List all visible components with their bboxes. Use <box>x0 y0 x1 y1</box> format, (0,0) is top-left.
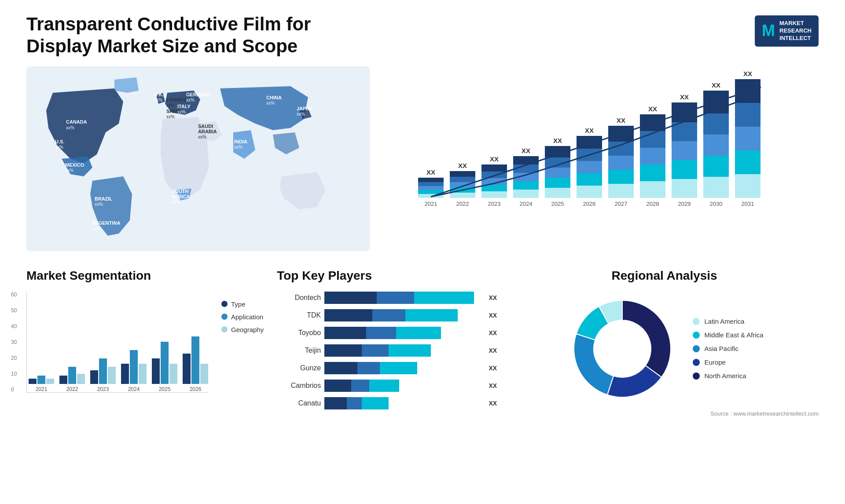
svg-text:xx%: xx% <box>177 110 186 114</box>
regional-section: Regional Analysis Latin America Middle E… <box>510 269 819 417</box>
bar-year-label: 2026 <box>583 201 596 207</box>
regional-legend-color <box>693 345 700 352</box>
svg-text:xx%: xx% <box>234 145 242 150</box>
player-xx-label: XX <box>489 347 497 354</box>
seg-bar-type <box>90 370 98 384</box>
player-bar-container <box>324 362 482 374</box>
bar-xx-label: XX <box>585 127 594 134</box>
svg-text:U.K.: U.K. <box>154 92 164 97</box>
player-bar-dark <box>324 327 366 339</box>
regional-legend-label: Middle East & Africa <box>704 331 763 339</box>
player-bar-light <box>405 309 458 321</box>
player-bar-light <box>380 362 417 374</box>
seg-bar-type <box>183 354 191 384</box>
logo-area: M MARKET RESEARCH INTELLECT <box>755 15 819 47</box>
svg-text:xx%: xx% <box>95 202 103 207</box>
regional-legend-color <box>693 373 700 380</box>
seg-bar-type <box>29 379 37 384</box>
player-bar-light <box>389 344 430 357</box>
growth-chart: XX2021XX2022XX2023XX2024XX2025XX2026XX20… <box>387 66 819 251</box>
logo-text: MARKET RESEARCH INTELLECT <box>779 20 812 42</box>
seg-bar-geo <box>46 379 54 384</box>
seg-bar-geo <box>200 364 208 384</box>
player-bar-container <box>324 397 482 409</box>
player-xx-label: XX <box>489 365 497 372</box>
svg-text:CANADA: CANADA <box>66 119 87 124</box>
svg-text:FRANCE: FRANCE <box>166 97 187 102</box>
map-svg: CANADA xx% U.S. xx% MEXICO xx% BRAZIL xx… <box>26 66 370 251</box>
player-bar-light <box>362 397 389 409</box>
player-row: Cambrios XX <box>277 380 497 392</box>
y-axis-label: 20 <box>11 355 17 361</box>
regional-legend-item: Europe <box>693 358 763 366</box>
svg-text:xx%: xx% <box>166 103 175 108</box>
player-bar-dark <box>324 344 362 357</box>
player-row: Canatu XX <box>277 397 497 409</box>
bar-xx-label: XX <box>553 137 562 144</box>
regional-legend-label: North America <box>704 372 746 380</box>
svg-text:ARABIA: ARABIA <box>198 129 217 134</box>
player-bar-dark <box>324 362 357 374</box>
seg-legend-color <box>221 326 228 332</box>
seg-legend-item: Application <box>221 313 264 321</box>
player-bar-dark <box>324 309 372 321</box>
player-bar-light <box>396 327 441 339</box>
player-bar-mid <box>357 362 380 374</box>
seg-year-label: 2023 <box>97 386 109 392</box>
bar-year-label: 2021 <box>425 201 437 207</box>
regional-legend-item: Middle East & Africa <box>693 331 763 339</box>
bar-year-label: 2022 <box>456 201 469 207</box>
seg-bar-geo <box>169 364 177 384</box>
svg-text:xx%: xx% <box>154 98 162 102</box>
seg-bar-app <box>130 350 138 384</box>
player-bar-light <box>414 292 474 304</box>
player-bar-light <box>369 380 399 392</box>
bar-xx-label: XX <box>617 117 625 124</box>
player-bar-container <box>324 327 482 339</box>
player-bar-container <box>324 309 482 321</box>
svg-text:xx%: xx% <box>55 145 63 150</box>
bar-xx-label: XX <box>743 70 752 77</box>
svg-text:ITALY: ITALY <box>177 104 191 109</box>
player-name: Teijin <box>277 347 321 354</box>
bar-year-label: 2025 <box>551 201 564 207</box>
source-text: Source : www.marketresearchintellect.com <box>510 410 819 417</box>
seg-bar-type <box>152 358 160 384</box>
regional-legend-color <box>693 318 700 325</box>
player-row: TDK XX <box>277 309 497 321</box>
bar-year-label: 2024 <box>520 201 533 207</box>
player-row: Gunze XX <box>277 362 497 374</box>
player-row: Dontech XX <box>277 292 497 304</box>
svg-text:JAPAN: JAPAN <box>297 106 313 111</box>
svg-text:xx%: xx% <box>198 135 206 139</box>
header: Transparent Conductive Film for Display … <box>26 13 819 58</box>
svg-text:GERMANY: GERMANY <box>186 92 211 97</box>
bar-year-label: 2030 <box>710 201 723 207</box>
donut-segment <box>574 334 614 395</box>
growth-chart-inner: XX2021XX2022XX2023XX2024XX2025XX2026XX20… <box>409 71 810 238</box>
regional-legend-item: Latin America <box>693 318 763 325</box>
regional-legend-item: North America <box>693 372 763 380</box>
y-axis-label: 50 <box>11 307 17 314</box>
bar-xx-label: XX <box>522 147 530 154</box>
regional-legend-color <box>693 359 700 366</box>
regional-legend: Latin America Middle East & Africa Asia … <box>693 318 763 380</box>
seg-bar-geo <box>108 367 116 383</box>
bar-xx-label: XX <box>712 81 720 89</box>
regional-title: Regional Analysis <box>510 269 819 283</box>
seg-bar-type <box>121 364 129 384</box>
seg-bar-app <box>191 336 199 383</box>
player-bar-mid <box>377 292 414 304</box>
player-name: TDK <box>277 311 321 319</box>
svg-text:xx%: xx% <box>166 114 175 119</box>
player-name: Dontech <box>277 294 321 302</box>
donut-segment <box>622 300 671 377</box>
y-axis-label: 30 <box>11 339 17 345</box>
player-bar-mid <box>347 397 362 409</box>
page-container: Transparent Conductive Film for Display … <box>0 0 845 430</box>
bar-xx-label: XX <box>680 93 689 101</box>
regional-legend-label: Asia Pacific <box>704 345 738 352</box>
player-xx-label: XX <box>489 382 497 389</box>
player-bar-dark <box>324 397 347 409</box>
seg-legend-color <box>221 314 228 320</box>
